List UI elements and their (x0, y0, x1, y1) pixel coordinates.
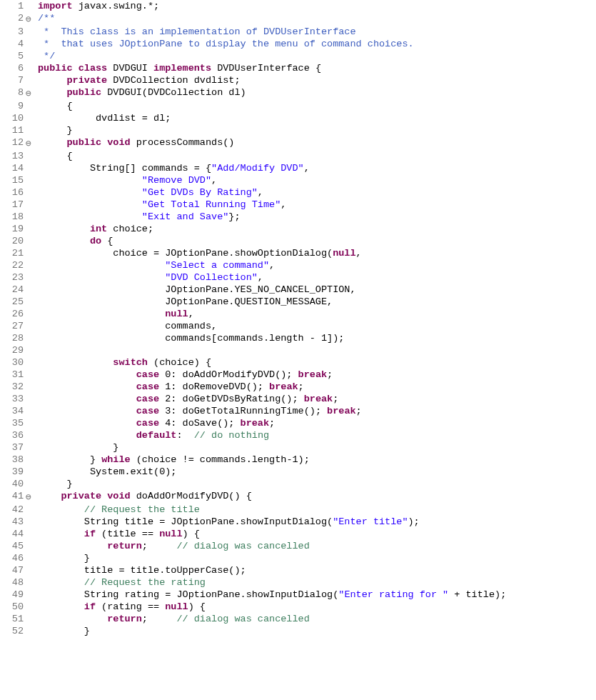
line-number: 50 (0, 601, 25, 613)
code-line: 35 case 4: doSave(); break; (0, 417, 596, 429)
code-content[interactable]: int choice; (36, 223, 596, 235)
line-number: 34 (0, 405, 25, 417)
code-content[interactable]: do { (36, 235, 596, 247)
code-content[interactable]: // Request the rating (36, 576, 596, 589)
code-content[interactable] (36, 344, 596, 356)
code-content[interactable]: default: // do nothing (36, 429, 596, 441)
code-content[interactable]: case 3: doGetTotalRunningTime(); break; (36, 405, 596, 417)
code-content[interactable]: "Exit and Save"}; (36, 211, 596, 223)
line-number: 40 (0, 478, 25, 490)
code-content[interactable]: private DVDCollection dvdlist; (36, 74, 596, 86)
code-content[interactable]: * This class is an implementation of DVD… (36, 26, 596, 38)
code-content[interactable]: { (36, 150, 596, 162)
code-content[interactable]: case 0: doAddOrModifyDVD(); break; (36, 369, 596, 381)
code-content[interactable]: "Select a command", (36, 259, 596, 271)
fold-marker (25, 199, 36, 211)
code-content[interactable]: case 2: doGetDVDsByRating(); break; (36, 393, 596, 405)
fold-marker (25, 478, 36, 490)
fold-marker (25, 259, 36, 271)
code-content[interactable]: choice = JOptionPane.showOptionDialog(nu… (36, 247, 596, 259)
code-content[interactable]: // Request the title (36, 504, 596, 516)
code-content[interactable]: String[] commands = {"Add/Modify DVD", (36, 162, 596, 174)
line-number: 25 (0, 296, 25, 308)
code-content[interactable]: if (rating == null) { (36, 601, 596, 613)
code-line: 33 case 2: doGetDVDsByRating(); break; (0, 393, 596, 405)
fold-marker (25, 417, 36, 429)
code-content[interactable]: public void processCommands() (36, 136, 596, 150)
code-line: 29 (0, 344, 596, 356)
code-line: 47 title = title.toUpperCase(); (0, 564, 596, 576)
code-content[interactable]: String title = JOptionPane.showInputDial… (36, 516, 596, 528)
code-content[interactable]: */ (36, 50, 596, 62)
line-number: 13 (0, 150, 25, 162)
code-line: 8⊖ public DVDGUI(DVDCollection dl) (0, 86, 596, 100)
code-content[interactable]: import javax.swing.*; (36, 0, 596, 12)
code-content[interactable]: public class DVDGUI implements DVDUserIn… (36, 62, 596, 74)
code-content[interactable]: null, (36, 308, 596, 320)
code-content[interactable]: } (36, 478, 596, 490)
fold-marker (25, 162, 36, 174)
fold-marker (25, 625, 36, 637)
code-content[interactable]: * that uses JOptionPane to display the m… (36, 38, 596, 50)
code-content[interactable]: System.exit(0); (36, 466, 596, 478)
code-line: 38 } while (choice != commands.length-1)… (0, 454, 596, 466)
line-number: 51 (0, 613, 25, 625)
code-content[interactable]: return; // dialog was cancelled (36, 613, 596, 625)
code-content[interactable]: } (36, 124, 596, 136)
code-content[interactable]: commands[commands.length - 1]); (36, 332, 596, 344)
code-content[interactable]: } (36, 441, 596, 454)
fold-marker (25, 100, 36, 112)
code-content[interactable]: /** (36, 12, 596, 26)
line-number: 11 (0, 124, 25, 136)
code-content[interactable]: { (36, 100, 596, 112)
code-content[interactable]: case 4: doSave(); break; (36, 417, 596, 429)
fold-marker (25, 613, 36, 625)
code-line: 46 } (0, 552, 596, 564)
line-number: 37 (0, 441, 25, 454)
line-number: 49 (0, 589, 25, 601)
code-line: 14 String[] commands = {"Add/Modify DVD"… (0, 162, 596, 174)
fold-marker (25, 223, 36, 235)
code-content[interactable]: "Get Total Running Time", (36, 199, 596, 211)
code-line: 5 */ (0, 50, 596, 62)
fold-marker (25, 296, 36, 308)
line-number: 42 (0, 504, 25, 516)
line-number: 33 (0, 393, 25, 405)
line-number: 9 (0, 100, 25, 112)
line-number: 21 (0, 247, 25, 259)
code-content[interactable]: } (36, 625, 596, 637)
line-number: 4 (0, 38, 25, 50)
code-content[interactable]: "Remove DVD", (36, 174, 596, 186)
code-content[interactable]: JOptionPane.QUESTION_MESSAGE, (36, 296, 596, 308)
code-content[interactable]: private void doAddOrModifyDVD() { (36, 490, 596, 504)
code-line: 49 String rating = JOptionPane.showInput… (0, 589, 596, 601)
code-content[interactable]: commands, (36, 320, 596, 332)
fold-marker[interactable]: ⊖ (25, 86, 36, 100)
fold-marker (25, 405, 36, 417)
code-content[interactable]: dvdlist = dl; (36, 112, 596, 124)
code-line: 28 commands[commands.length - 1]); (0, 332, 596, 344)
code-line: 3 * This class is an implementation of D… (0, 26, 596, 38)
code-content[interactable]: } while (choice != commands.length-1); (36, 454, 596, 466)
line-number: 3 (0, 26, 25, 38)
fold-marker (25, 441, 36, 454)
code-content[interactable]: String rating = JOptionPane.showInputDia… (36, 589, 596, 601)
code-content[interactable]: return; // dialog was cancelled (36, 540, 596, 552)
code-content[interactable]: case 1: doRemoveDVD(); break; (36, 381, 596, 393)
code-content[interactable]: JOptionPane.YES_NO_CANCEL_OPTION, (36, 284, 596, 296)
code-content[interactable]: } (36, 552, 596, 564)
fold-marker[interactable]: ⊖ (25, 136, 36, 150)
code-content[interactable]: if (title == null) { (36, 528, 596, 540)
fold-marker (25, 112, 36, 124)
code-content[interactable]: "DVD Collection", (36, 271, 596, 284)
code-line: 11 } (0, 124, 596, 136)
code-line: 9 { (0, 100, 596, 112)
fold-marker[interactable]: ⊖ (25, 490, 36, 504)
code-content[interactable]: title = title.toUpperCase(); (36, 564, 596, 576)
code-content[interactable]: switch (choice) { (36, 356, 596, 369)
code-line: 39 System.exit(0); (0, 466, 596, 478)
code-content[interactable]: "Get DVDs By Rating", (36, 186, 596, 199)
line-number: 35 (0, 417, 25, 429)
fold-marker[interactable]: ⊖ (25, 12, 36, 26)
code-content[interactable]: public DVDGUI(DVDCollection dl) (36, 86, 596, 100)
